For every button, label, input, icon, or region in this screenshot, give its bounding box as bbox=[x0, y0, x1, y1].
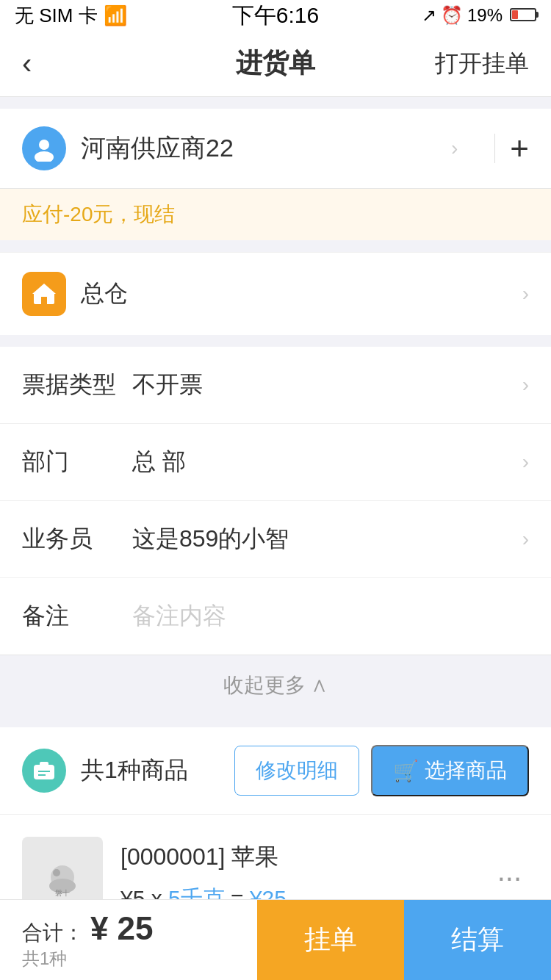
select-product-icon: 🛒 bbox=[393, 759, 419, 783]
salesperson-label: 业务员 bbox=[22, 523, 118, 555]
select-product-label: 选择商品 bbox=[425, 757, 507, 785]
warehouse-row[interactable]: 总仓 › bbox=[0, 252, 551, 335]
supplier-avatar bbox=[22, 126, 66, 170]
ticket-type-chevron-icon: › bbox=[522, 373, 529, 397]
footer-total-label: 合计： bbox=[22, 921, 84, 944]
ticket-type-value: 不开票 bbox=[132, 369, 522, 401]
page-title: 进货单 bbox=[236, 46, 315, 82]
form-section: 票据类型 不开票 › 部门 总 部 › 业务员 这是859的小智 › 备注 备注… bbox=[0, 347, 551, 655]
footer-total-amount: ¥ 25 bbox=[90, 910, 154, 946]
svg-point-1 bbox=[35, 151, 54, 162]
salesperson-chevron-icon: › bbox=[522, 527, 529, 551]
warehouse-chevron-icon: › bbox=[522, 282, 529, 306]
supplier-divider bbox=[494, 134, 495, 163]
footer-total: 合计： ¥ 25 共1种 bbox=[0, 910, 257, 970]
products-count: 共1种商品 bbox=[81, 754, 234, 787]
status-bar-time: 下午6:16 bbox=[232, 1, 319, 31]
checkout-button[interactable]: 结算 bbox=[404, 900, 551, 981]
svg-point-10 bbox=[53, 869, 60, 876]
salesperson-value: 这是859的小智 bbox=[132, 523, 522, 555]
note-placeholder: 备注内容 bbox=[132, 600, 529, 633]
location-icon: ↗ bbox=[422, 5, 436, 26]
battery-icon bbox=[507, 5, 536, 26]
products-icon bbox=[22, 749, 66, 793]
products-header: 共1种商品 修改明细 🛒 选择商品 bbox=[0, 727, 551, 815]
wifi-icon: 📶 bbox=[104, 4, 127, 27]
collapse-toggle[interactable]: 收起更多 ∧ bbox=[0, 655, 551, 716]
open-pending-button[interactable]: 打开挂单 bbox=[435, 48, 529, 80]
warehouse-section: 总仓 › bbox=[0, 252, 551, 335]
note-row[interactable]: 备注 备注内容 bbox=[0, 578, 551, 655]
select-product-button[interactable]: 🛒 选择商品 bbox=[371, 745, 529, 796]
supplier-row[interactable]: 河南供应商22 › + bbox=[0, 109, 551, 189]
add-supplier-button[interactable]: + bbox=[510, 132, 529, 165]
warehouse-icon bbox=[22, 272, 66, 316]
svg-point-0 bbox=[39, 140, 49, 150]
product-code: [0000001] bbox=[120, 843, 231, 870]
salesperson-row[interactable]: 业务员 这是859的小智 › bbox=[0, 501, 551, 578]
svg-marker-3 bbox=[32, 284, 56, 294]
supplier-name: 河南供应商22 bbox=[81, 131, 451, 165]
svg-rect-6 bbox=[40, 762, 48, 768]
status-bar-left: 无 SIM 卡 📶 bbox=[15, 3, 127, 29]
supplier-section: 河南供应商22 › + 应付-20元，现结 bbox=[0, 109, 551, 240]
note-label: 备注 bbox=[22, 600, 118, 633]
nav-bar: ‹ 进货单 打开挂单 bbox=[0, 31, 551, 97]
department-row[interactable]: 部门 总 部 › bbox=[0, 424, 551, 501]
status-bar: 无 SIM 卡 📶 下午6:16 ↗ ⏰ 19% bbox=[0, 0, 551, 31]
svg-rect-4 bbox=[41, 297, 47, 304]
carrier-label: 无 SIM 卡 bbox=[15, 3, 98, 29]
footer: 合计： ¥ 25 共1种 挂单 结算 bbox=[0, 899, 551, 980]
battery-pct: 19% bbox=[467, 5, 503, 26]
alarm-icon: ⏰ bbox=[441, 5, 463, 26]
ticket-type-label: 票据类型 bbox=[22, 369, 118, 401]
footer-total-sub: 共1种 bbox=[22, 947, 235, 970]
department-chevron-icon: › bbox=[522, 450, 529, 474]
supplier-notice: 应付-20元，现结 bbox=[0, 189, 551, 240]
status-bar-right: ↗ ⏰ 19% bbox=[422, 5, 536, 26]
supplier-chevron-icon: › bbox=[451, 137, 458, 160]
back-button[interactable]: ‹ bbox=[22, 47, 32, 80]
product-name: [0000001] 苹果 bbox=[120, 841, 490, 873]
ticket-type-row[interactable]: 票据类型 不开票 › bbox=[0, 347, 551, 424]
svg-text:磐十: 磐十 bbox=[55, 889, 70, 897]
department-label: 部门 bbox=[22, 446, 118, 478]
hold-button[interactable]: 挂单 bbox=[257, 900, 404, 981]
product-title: 苹果 bbox=[231, 843, 278, 870]
product-more-button[interactable]: ··· bbox=[490, 854, 529, 901]
warehouse-name: 总仓 bbox=[81, 278, 522, 310]
department-value: 总 部 bbox=[132, 446, 522, 478]
modify-detail-button[interactable]: 修改明细 bbox=[234, 746, 359, 796]
